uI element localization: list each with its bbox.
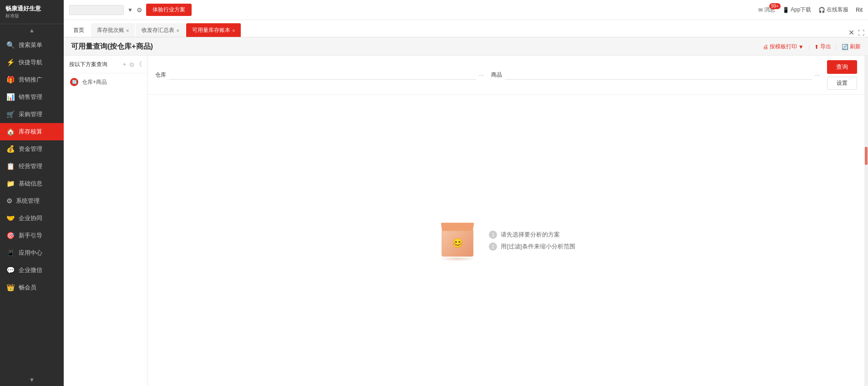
quick-nav-icon: ⚡ [6,58,15,67]
topbar-gear-icon[interactable]: ⚙ [137,6,142,14]
tab-available-ledger-close[interactable]: × [232,28,235,33]
tab-batch-ledger-close[interactable]: × [126,28,129,33]
empty-box: 😊 [442,229,473,257]
inventory-icon: 🏠 [6,128,15,136]
filter-warehouse-product[interactable]: 🔄 仓库+商品 [64,73,147,91]
tabbar-actions: ✕ ⛶ [845,28,868,37]
sidebar-item-label: 应用中心 [19,249,42,257]
app-download-btn[interactable]: 📱 App下载 [782,6,811,14]
warehouse-more-btn[interactable]: ··· [479,72,484,78]
sidebar-item-basic-info[interactable]: 📁 基础信息 [0,175,64,192]
onboarding-icon: 🎯 [6,232,15,240]
online-service-label: 在线客服 [827,6,848,14]
filter-header-label: 按以下方案查询 [69,61,107,68]
tab-available-ledger[interactable]: 可用量库存账本 × [186,23,241,37]
sidebar-logo: 畅康通好生意 标准版 [0,0,64,24]
tab-receipt-summary-close[interactable]: × [176,28,179,33]
page-actions: 🖨 按模板打印 ▼ | ⬆ 导出 | 🔄 刷新 [763,43,861,51]
print-btn[interactable]: 🖨 按模板打印 ▼ [763,43,804,51]
tab-receipt-summary[interactable]: 收发存汇总表 × [136,23,185,37]
main-area: ▼ ⚙ 体验行业方案 ✉ 消息 99+ 📱 App下载 🎧 在线客服 Rit 首… [64,0,868,386]
scrollbar-thumb[interactable] [865,147,868,165]
empty-state-content: 😊 1 请先选择要分析的方案 2 用[过滤]条件来缩小分析范围 [437,220,575,261]
tab-available-ledger-label: 可用量库存账本 [192,26,230,34]
empty-tip-1: 1 请先选择要分析的方案 [489,231,575,239]
membership-icon: 👑 [6,283,15,292]
app-tag: 标准版 [5,13,58,19]
product-more-btn[interactable]: ··· [815,72,820,78]
export-btn[interactable]: ⬆ 导出 [814,43,831,51]
tab-home-label: 首页 [73,26,84,34]
warehouse-input[interactable] [169,70,476,80]
tab-receipt-summary-label: 收发存汇总表 [142,26,174,34]
app-download-label: App下载 [791,6,811,14]
sidebar-item-inventory[interactable]: 🏠 库存核算 [0,123,64,140]
sidebar-item-enterprise[interactable]: 🤝 企业协同 [0,210,64,227]
query-actions: 查询 设置 [827,60,857,90]
print-icon: 🖨 [763,44,768,50]
online-service-btn[interactable]: 🎧 在线客服 [818,6,848,14]
filter-settings-btn[interactable]: ⊙ [129,61,134,68]
message-btn[interactable]: ✉ 消息 99+ [758,6,775,14]
sidebar-scroll-down[interactable]: ▼ [0,374,64,386]
tabbar-expand-btn[interactable]: ⛶ [858,29,864,36]
refresh-icon: 🔄 [842,44,848,50]
enterprise-icon: 🤝 [6,214,15,222]
filter-add-btn[interactable]: ＋ [122,60,127,68]
topbar: ▼ ⚙ 体验行业方案 ✉ 消息 99+ 📱 App下载 🎧 在线客服 Rit [64,0,868,20]
user-name[interactable]: Rit [856,7,863,13]
sidebar-item-purchase[interactable]: 🛒 采购管理 [0,106,64,123]
app-name: 畅康通好生意 [5,5,58,13]
sidebar-item-label: 搜索菜单 [19,41,42,49]
warehouse-filter-field: 仓库 ··· [155,70,484,80]
message-badge: 99+ [769,3,781,9]
tab-batch-ledger[interactable]: 库存批次账 × [91,23,135,37]
sidebar-item-label: 新手引导 [19,232,42,240]
tab-home[interactable]: 首页 [67,23,90,37]
sidebar-item-sales[interactable]: 📊 销售管理 [0,88,64,106]
marketing-icon: 🎁 [6,76,15,84]
print-label: 按模板打印 [770,43,797,51]
product-input[interactable] [505,70,812,80]
sidebar-item-label: 资金管理 [19,145,42,153]
empty-tips: 1 请先选择要分析的方案 2 用[过滤]条件来缩小分析范围 [489,231,575,251]
app-download-icon: 📱 [782,7,789,13]
topbar-dropdown-btn[interactable]: ▼ [127,7,133,13]
empty-tip-2: 2 用[过滤]条件来缩小分析范围 [489,242,575,251]
sidebar-item-quick-nav[interactable]: ⚡ 快捷导航 [0,54,64,71]
sidebar-nav: 🔍 搜索菜单 ⚡ 快捷导航 🎁 营销推广 📊 销售管理 🛒 采购管理 🏠 库存核… [0,36,64,374]
tabbar-close-all-btn[interactable]: ✕ [848,28,854,37]
sidebar-item-wechat[interactable]: 💬 企业微信 [0,262,64,279]
sidebar-scroll-up[interactable]: ▲ [0,24,64,36]
message-icon: ✉ [758,7,763,13]
query-btn[interactable]: 查询 [827,60,857,74]
right-scrollbar[interactable] [864,56,868,386]
sidebar-item-label: 营销推广 [19,76,42,84]
system-icon: ⚙ [6,197,12,205]
sidebar-item-onboarding[interactable]: 🎯 新手引导 [0,227,64,244]
separator2: | [836,44,837,50]
sidebar-item-marketing[interactable]: 🎁 营销推广 [0,71,64,88]
filter-collapse-btn[interactable]: 《 [136,60,142,68]
sidebar-item-finance[interactable]: 💰 资金管理 [0,140,64,158]
sidebar-item-label: 销售管理 [19,93,42,101]
sidebar-item-search[interactable]: 🔍 搜索菜单 [0,36,64,54]
empty-shadow [439,257,476,261]
search-icon: 🔍 [6,41,15,49]
filter-item-label: 仓库+商品 [82,78,107,86]
sidebar-item-label: 畅会员 [19,283,36,292]
set-btn[interactable]: 设置 [827,77,857,90]
print-dropdown-icon[interactable]: ▼ [798,44,804,50]
sidebar-item-membership[interactable]: 👑 畅会员 [0,279,64,296]
sidebar-item-operations[interactable]: 📋 经营管理 [0,158,64,175]
sidebar: 畅康通好生意 标准版 ▲ 🔍 搜索菜单 ⚡ 快捷导航 🎁 营销推广 📊 销售管理… [0,0,64,386]
sidebar-item-app-center[interactable]: 📱 应用中心 [0,244,64,262]
sidebar-item-label: 企业协同 [19,214,42,222]
page-title: 可用量查询(按仓库+商品) [71,42,153,51]
refresh-btn[interactable]: 🔄 刷新 [842,43,861,51]
empty-tip-2-text: 用[过滤]条件来缩小分析范围 [501,242,575,251]
trial-btn[interactable]: 体验行业方案 [146,4,192,16]
separator1: | [808,44,810,50]
sidebar-item-system[interactable]: ⚙ 系统管理 [0,192,64,210]
topbar-search-input[interactable] [69,5,124,15]
